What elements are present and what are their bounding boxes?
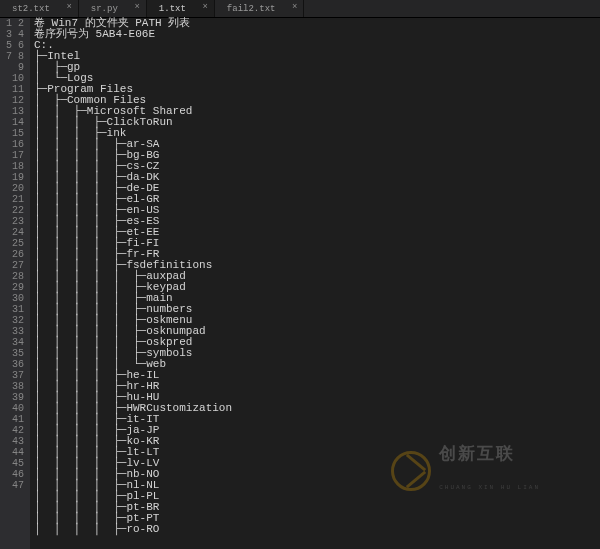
tab-label: fail2.txt [227, 4, 276, 14]
close-icon[interactable]: × [202, 2, 207, 12]
code-area[interactable]: 卷 Win7 的文件夹 PATH 列表 卷序列号为 5AB4-E06E C:. … [30, 18, 600, 549]
tab-srpy[interactable]: sr.py× [79, 0, 147, 17]
close-icon[interactable]: × [134, 2, 139, 12]
watermark-en: CHUANG XIN HU LIAN [439, 482, 540, 493]
watermark: 创新互联 CHUANG XIN HU LIAN [391, 427, 540, 515]
close-icon[interactable]: × [292, 2, 297, 12]
editor-pane: 1 2 3 4 5 6 7 8 9 10 11 12 13 14 15 16 1… [0, 18, 600, 549]
tab-fail2[interactable]: fail2.txt× [215, 0, 305, 17]
tab-label: st2.txt [12, 4, 50, 14]
line-number-gutter: 1 2 3 4 5 6 7 8 9 10 11 12 13 14 15 16 1… [0, 18, 30, 549]
tab-label: sr.py [91, 4, 118, 14]
watermark-logo-icon [391, 451, 431, 491]
tab-label: 1.txt [159, 4, 186, 14]
watermark-cn: 创新互联 [439, 449, 540, 460]
close-icon[interactable]: × [66, 2, 71, 12]
tab-st2[interactable]: st2.txt× [0, 0, 79, 17]
watermark-text: 创新互联 CHUANG XIN HU LIAN [439, 427, 540, 515]
tab-bar: st2.txt× sr.py× 1.txt× fail2.txt× [0, 0, 600, 18]
tab-1txt[interactable]: 1.txt× [147, 0, 215, 17]
